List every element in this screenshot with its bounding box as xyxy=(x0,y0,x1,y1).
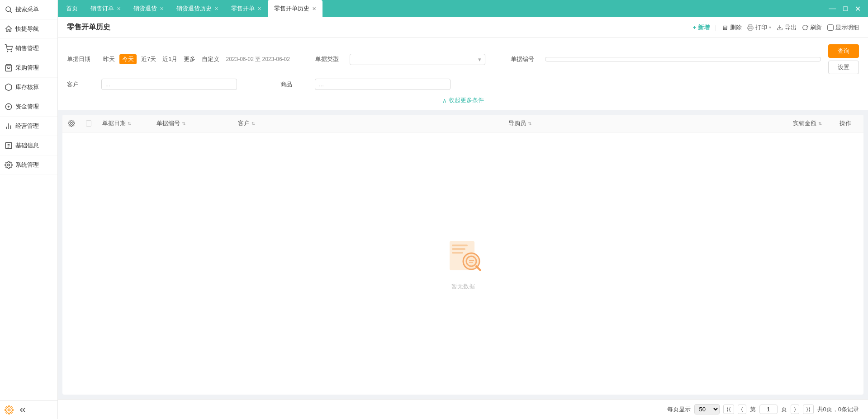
sidebar-item-label: 基础信息 xyxy=(15,141,39,150)
print-dropdown-icon[interactable]: ▾ xyxy=(769,25,771,30)
query-button[interactable]: 查询 xyxy=(828,44,859,58)
sidebar-search[interactable]: 搜索采单 xyxy=(0,0,57,19)
th-num[interactable]: 单据编号 ⇅ xyxy=(151,119,232,127)
sidebar-item-label: 库存核算 xyxy=(15,83,39,91)
sidebar-item-quick-nav[interactable]: 快捷导航 xyxy=(0,19,57,39)
sidebar-item-label: 销售管理 xyxy=(15,44,39,52)
main-content: 首页 销售订单 ✕ 销货退货 ✕ 销货退货历史 ✕ 零售开单 ✕ 零售开单历史 … xyxy=(58,0,868,419)
goods-input[interactable]: ... xyxy=(315,79,451,90)
th-num-label: 单据编号 xyxy=(157,119,180,127)
th-date[interactable]: 单据日期 ⇅ xyxy=(97,119,151,127)
tab-bar: 首页 销售订单 ✕ 销货退货 ✕ 销货退货历史 ✕ 零售开单 ✕ 零售开单历史 … xyxy=(58,0,868,17)
doc-type-select[interactable]: ▾ xyxy=(350,54,485,65)
close-button[interactable]: ✕ xyxy=(853,3,863,15)
show-detail-label: 显示明细 xyxy=(835,24,859,32)
date-opt-more[interactable]: 更多 xyxy=(182,54,197,64)
setting-button[interactable]: 设置 xyxy=(828,61,859,74)
tab-close-sales-order[interactable]: ✕ xyxy=(117,6,121,12)
table-area: 单据日期 ⇅ 单据编号 ⇅ 客户 ⇅ 导购员 ⇅ 实销金额 ⇅ xyxy=(62,115,863,395)
page-content: 零售开单历史 + 新增 | 删除 打印 ▾ xyxy=(58,17,868,419)
tab-retail-open-history[interactable]: 零售开单历史 ✕ xyxy=(268,0,323,17)
customer-input[interactable]: ... xyxy=(101,79,237,90)
prev-page-button[interactable]: ⟨ xyxy=(738,405,746,414)
sidebar-item-finance[interactable]: 资金管理 xyxy=(0,97,57,117)
first-page-button[interactable]: ⟨⟨ xyxy=(723,405,734,414)
svg-point-13 xyxy=(8,164,10,166)
svg-rect-20 xyxy=(452,248,465,250)
next-page-button[interactable]: ⟩ xyxy=(791,405,799,414)
filter-area: 单据日期 昨天 今天 近7天 近1月 更多 自定义 2023-06-02 至 2… xyxy=(58,38,868,110)
sidebar-item-label: 资金管理 xyxy=(15,103,39,111)
refresh-button[interactable]: 刷新 xyxy=(802,24,822,32)
th-customer[interactable]: 客户 ⇅ xyxy=(232,119,503,127)
svg-line-1 xyxy=(10,11,12,13)
svg-point-0 xyxy=(6,7,11,12)
date-opt-yesterday[interactable]: 昨天 xyxy=(101,54,117,64)
export-button[interactable]: 导出 xyxy=(777,24,797,32)
sidebar-item-label: 快捷导航 xyxy=(15,25,39,33)
tab-sales-return-history[interactable]: 销货退货历史 ✕ xyxy=(170,0,225,17)
sidebar-item-label: 经营管理 xyxy=(15,122,39,130)
page-input[interactable] xyxy=(759,405,778,414)
minimize-button[interactable]: — xyxy=(827,3,838,14)
date-opt-today[interactable]: 今天 xyxy=(119,54,137,64)
date-opt-7days[interactable]: 近7天 xyxy=(139,54,158,64)
select-all-checkbox[interactable] xyxy=(86,120,91,127)
search-icon xyxy=(5,5,13,14)
goods-label: 商品 xyxy=(280,80,308,89)
print-button[interactable]: 打印 ▾ xyxy=(747,24,771,32)
date-opt-custom[interactable]: 自定义 xyxy=(200,54,221,64)
sidebar: 搜索采单 快捷导航 销售管理 采购管理 库存核算 资金管理 xyxy=(0,0,58,419)
sort-guide-icon: ⇅ xyxy=(528,121,531,126)
sidebar-item-basic-info[interactable]: 基础信息 xyxy=(0,136,57,155)
tab-retail-open[interactable]: 零售开单 ✕ xyxy=(225,0,268,17)
th-settings[interactable] xyxy=(62,120,81,127)
money-icon xyxy=(5,103,13,111)
sidebar-item-label: 系统管理 xyxy=(15,161,39,169)
date-label: 单据日期 xyxy=(67,55,94,63)
tab-home[interactable]: 首页 xyxy=(60,0,84,17)
add-button[interactable]: + 新增 xyxy=(693,24,709,32)
table-settings-icon xyxy=(68,120,75,127)
export-icon xyxy=(777,24,783,31)
svg-point-3 xyxy=(11,51,12,52)
page-title: 零售开单历史 xyxy=(67,23,110,32)
th-guide[interactable]: 导购员 ⇅ xyxy=(503,119,557,127)
collapse-icon[interactable] xyxy=(18,405,27,414)
tab-close-sales-return[interactable]: ✕ xyxy=(160,6,164,12)
tab-bar-right: — □ ✕ xyxy=(827,3,866,15)
tab-close-retail-open-history[interactable]: ✕ xyxy=(312,6,316,12)
sidebar-item-purchase-mgmt[interactable]: 采购管理 xyxy=(0,58,57,78)
tab-sales-return[interactable]: 销货退货 ✕ xyxy=(127,0,170,17)
customer-label: 客户 xyxy=(67,80,94,89)
tab-sales-order[interactable]: 销售订单 ✕ xyxy=(84,0,127,17)
sidebar-item-operations[interactable]: 经营管理 xyxy=(0,117,57,136)
doc-num-input[interactable] xyxy=(545,57,821,61)
query-button-group: 查询 设置 xyxy=(828,44,859,74)
delete-button[interactable]: 删除 xyxy=(722,24,742,32)
empty-state: 暂无数据 xyxy=(62,132,863,395)
last-page-button[interactable]: ⟩⟩ xyxy=(803,405,814,414)
settings-icon[interactable] xyxy=(5,405,14,414)
export-label: 导出 xyxy=(785,24,797,32)
th-amount[interactable]: 实销金额 ⇅ xyxy=(557,119,828,127)
sidebar-item-inventory[interactable]: 库存核算 xyxy=(0,78,57,97)
goods-placeholder: ... xyxy=(319,81,324,88)
show-detail-checkbox[interactable]: 显示明细 xyxy=(827,24,859,32)
tab-close-retail-open[interactable]: ✕ xyxy=(257,6,261,12)
sidebar-item-sales-mgmt[interactable]: 销售管理 xyxy=(0,39,57,58)
per-page-label: 每页显示 xyxy=(667,405,691,414)
toolbar: + 新增 | 删除 打印 ▾ xyxy=(693,24,859,32)
sidebar-item-system[interactable]: 系统管理 xyxy=(0,155,57,175)
per-page-select[interactable]: 50 100 200 xyxy=(694,404,720,414)
date-opt-1month[interactable]: 近1月 xyxy=(161,54,179,64)
maximize-button[interactable]: □ xyxy=(841,3,849,14)
pagination: 每页显示 50 100 200 ⟨⟨ ⟨ 第 页 ⟩ ⟩⟩ 共0页，0条记录 xyxy=(58,399,868,419)
th-customer-label: 客户 xyxy=(238,119,250,127)
th-checkbox[interactable] xyxy=(81,120,97,127)
show-detail-input[interactable] xyxy=(827,24,834,31)
sidebar-item-label: 采购管理 xyxy=(15,64,39,72)
collapse-row[interactable]: ∧ 收起更多条件 xyxy=(67,94,859,105)
home-icon xyxy=(5,25,13,33)
tab-close-sales-return-history[interactable]: ✕ xyxy=(214,6,218,12)
